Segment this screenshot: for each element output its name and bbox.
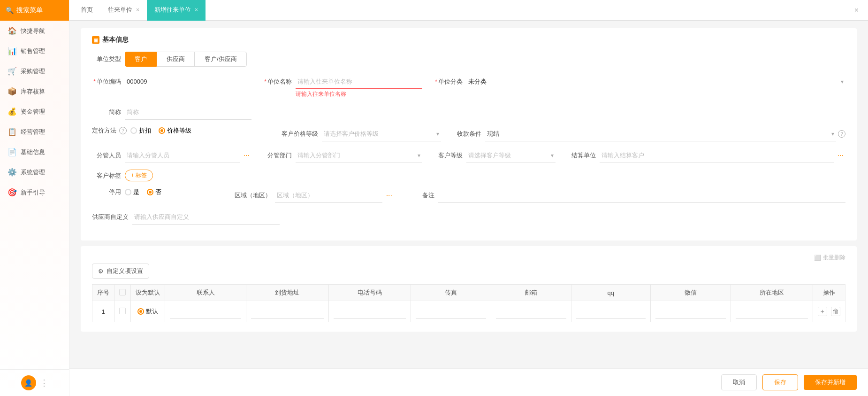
row-default-radio-circle	[137, 308, 144, 315]
select-all-checkbox[interactable]	[119, 289, 126, 295]
add-tag-button[interactable]: + 标签	[125, 170, 153, 181]
department-placeholder: 请输入分管部门	[297, 151, 340, 160]
supplier-custom-input[interactable]	[132, 210, 280, 225]
sidebar-item-newbie[interactable]: 🎯 新手引导	[0, 182, 69, 202]
row-qq-input[interactable]	[576, 304, 646, 319]
radio-disable-no[interactable]: 否	[147, 188, 161, 196]
tab-home[interactable]: 首页	[73, 0, 100, 21]
settlement-unit-input[interactable]	[600, 148, 834, 163]
tab-bar-close[interactable]: ×	[849, 6, 864, 15]
unit-name-label: 单位名称	[263, 78, 296, 86]
finance-icon: 💰	[8, 107, 17, 116]
sidebar-item-sales[interactable]: 📊 销售管理	[0, 41, 69, 61]
radio-price-level[interactable]: 价格等级	[159, 126, 191, 135]
payment-terms-select[interactable]: 现结 ▾	[485, 126, 836, 141]
search-icon: 🔍	[6, 7, 14, 14]
radio-disable-yes[interactable]: 是	[125, 188, 139, 196]
row-contact-cell[interactable]	[165, 301, 246, 322]
row-phone-cell[interactable]	[328, 301, 411, 322]
unit-name-input[interactable]	[296, 74, 422, 89]
customer-tag-label: 客户标签	[92, 171, 125, 180]
row-address-input[interactable]	[251, 304, 323, 319]
cancel-button[interactable]: 取消	[721, 374, 757, 390]
tab-new-counterparty[interactable]: 新增往来单位 ×	[147, 0, 206, 21]
col-checkbox[interactable]	[114, 285, 131, 301]
row-default-radio[interactable]: 默认	[136, 307, 160, 316]
tab-new-counterparty-close[interactable]: ×	[195, 7, 198, 13]
remark-input[interactable]	[438, 188, 845, 203]
row-delete-btn[interactable]: 🗑	[831, 307, 840, 316]
customer-grade-select[interactable]: 请选择客户等级 ▾	[466, 148, 556, 163]
row-supplier-custom: 供应商自定义	[92, 210, 845, 225]
settlement-unit-dots-btn[interactable]: ···	[836, 151, 845, 160]
manager-input[interactable]	[125, 148, 240, 163]
customer-price-select[interactable]: 请选择客户价格等级 ▾	[322, 126, 441, 141]
remark-label: 备注	[405, 191, 438, 200]
btn-customer[interactable]: 客户	[125, 52, 157, 67]
manager-dots-btn[interactable]: ···	[242, 151, 251, 160]
sidebar-item-quick-nav[interactable]: 🏠 快捷导航	[0, 21, 69, 41]
department-label: 分管部门	[263, 151, 296, 160]
payment-terms-help-icon[interactable]: ?	[838, 130, 845, 138]
sales-icon: 📊	[8, 47, 17, 55]
field-settlement-unit: 结算单位 ···	[567, 148, 845, 163]
user-avatar[interactable]: 👤	[21, 375, 36, 390]
row-qq-cell[interactable]	[571, 301, 650, 322]
sidebar-item-inventory[interactable]: 📦 库存核算	[0, 81, 69, 101]
unit-category-select[interactable]: 未分类 ▾	[466, 74, 845, 89]
department-select[interactable]: 请输入分管部门 ▾	[296, 148, 422, 163]
row-wechat-cell[interactable]	[650, 301, 731, 322]
sidebar-bottom: 👤 ⋮	[0, 369, 69, 396]
row-area-input[interactable]	[736, 304, 808, 319]
row-manager: 分管人员 ··· 分管部门 请输入分管部门 ▾ 客户等级 请选择客户等级	[92, 148, 845, 163]
row-email-input[interactable]	[496, 304, 566, 319]
sidebar-search[interactable]: 🔍 搜索菜单	[0, 0, 69, 21]
row-address-cell[interactable]	[246, 301, 328, 322]
tab-counterparty-close[interactable]: ×	[136, 7, 139, 13]
row-checkbox[interactable]	[119, 308, 126, 314]
unit-category-value: 未分类	[468, 78, 487, 86]
row-phone-input[interactable]	[334, 304, 406, 319]
row-checkbox-cell[interactable]	[114, 301, 131, 322]
region-dots-btn[interactable]: ···	[384, 191, 394, 200]
unit-code-label: 单位编码	[92, 78, 125, 86]
short-name-input[interactable]	[125, 105, 251, 120]
field-disable: 停用 是 否	[92, 188, 223, 196]
inventory-icon: 📦	[8, 87, 17, 96]
row-contact-input[interactable]	[170, 304, 241, 319]
btn-customer-supplier[interactable]: 客户/供应商	[195, 52, 247, 67]
sidebar-item-operations[interactable]: 📋 经营管理	[0, 122, 69, 142]
custom-settings-label: 自定义项设置	[107, 267, 143, 275]
unit-code-input[interactable]	[125, 74, 251, 89]
batch-delete-label[interactable]: 批量删除	[823, 254, 845, 262]
unit-category-arrow: ▾	[841, 78, 844, 85]
sidebar-item-system[interactable]: ⚙️ 系统管理	[0, 162, 69, 182]
btn-supplier[interactable]: 供应商	[157, 52, 195, 67]
sidebar-item-label: 经营管理	[21, 128, 45, 136]
tab-counterparty[interactable]: 往来单位 ×	[100, 0, 147, 21]
col-wechat: 微信	[650, 285, 731, 301]
radio-disable-no-label: 否	[155, 188, 161, 196]
row-pricing: 定价方法 ? 折扣 价格等级	[92, 126, 845, 141]
row-area-cell[interactable]	[731, 301, 813, 322]
radio-discount[interactable]: 折扣	[130, 126, 151, 135]
sidebar-item-finance[interactable]: 💰 资金管理	[0, 101, 69, 122]
row-fax-input[interactable]	[416, 304, 486, 319]
custom-settings-button[interactable]: ⚙ 自定义项设置	[92, 264, 149, 279]
row-add-btn[interactable]: +	[818, 307, 827, 316]
customer-grade-label: 客户等级	[434, 151, 466, 160]
row-email-cell[interactable]	[491, 301, 571, 322]
field-region: 区域（地区） ···	[235, 188, 394, 203]
col-action: 操作	[813, 285, 845, 301]
row-wechat-input[interactable]	[655, 304, 726, 319]
sidebar-item-purchase[interactable]: 🛒 采购管理	[0, 61, 69, 81]
region-input[interactable]	[275, 188, 382, 203]
sidebar-item-basic-info[interactable]: 📄 基础信息	[0, 142, 69, 162]
save-button[interactable]: 保存	[762, 374, 798, 390]
pricing-method-help-icon[interactable]: ?	[119, 127, 127, 134]
quick-nav-icon: 🏠	[8, 26, 17, 35]
field-payment-terms: 收款条件 现结 ▾ ?	[452, 126, 845, 141]
save-new-button[interactable]: 保存并新增	[804, 375, 857, 390]
field-customer-price: 客户价格等级 请选择客户价格等级 ▾	[282, 126, 441, 141]
row-fax-cell[interactable]	[411, 301, 491, 322]
